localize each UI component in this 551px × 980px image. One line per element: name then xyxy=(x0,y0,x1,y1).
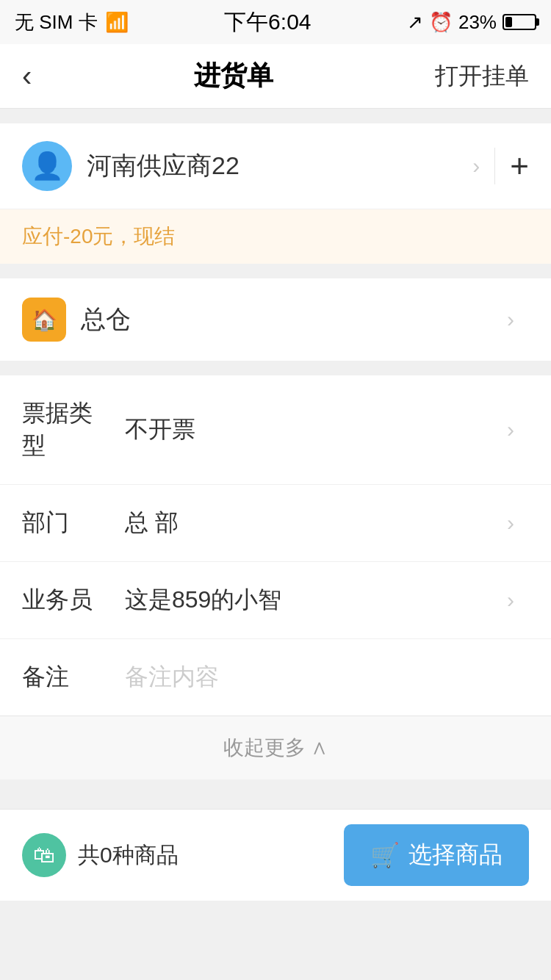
department-row[interactable]: 部门 总 部 › xyxy=(0,485,551,562)
department-value: 总 部 xyxy=(110,507,507,539)
warehouse-chevron-icon: › xyxy=(507,307,514,332)
section-gap-1 xyxy=(0,109,551,123)
notice-text: 应付-20元，现结 xyxy=(22,225,175,248)
status-bar: 无 SIM 卡 📶 下午6:04 ↗ ⏰ 23% xyxy=(0,0,551,44)
warehouse-name: 总仓 xyxy=(81,303,507,336)
warehouse-icon-symbol: 🏠 xyxy=(32,308,57,332)
notice-banner: 应付-20元，现结 xyxy=(0,209,551,264)
section-gap-2 xyxy=(0,264,551,278)
product-count-text: 共0种商品 xyxy=(78,840,179,871)
invoice-type-label: 票据类型 xyxy=(22,397,110,462)
salesperson-value: 这是859的小智 xyxy=(110,584,507,616)
battery-fill xyxy=(505,17,512,27)
supplier-avatar: 👤 xyxy=(22,141,72,191)
cart-icon: 🛍 xyxy=(33,843,55,868)
remark-label: 备注 xyxy=(22,661,110,693)
invoice-type-row[interactable]: 票据类型 不开票 › xyxy=(0,375,551,485)
alarm-icon: ⏰ xyxy=(429,11,453,34)
remark-row[interactable]: 备注 备注内容 xyxy=(0,639,551,716)
warehouse-row[interactable]: 🏠 总仓 › xyxy=(0,278,551,361)
collapse-label: 收起更多 ∧ xyxy=(223,734,328,762)
collapse-button[interactable]: 收起更多 ∧ xyxy=(0,716,551,779)
status-time: 下午6:04 xyxy=(224,7,311,37)
select-product-icon: 🛒 xyxy=(370,841,400,869)
product-count-icon: 🛍 xyxy=(22,833,66,877)
open-pending-button[interactable]: 打开挂单 xyxy=(435,60,529,93)
location-icon: ↗ xyxy=(407,11,423,34)
section-gap-3 xyxy=(0,361,551,375)
add-supplier-button[interactable]: + xyxy=(494,148,529,184)
supplier-chevron-icon: › xyxy=(472,154,480,179)
supplier-row[interactable]: 👤 河南供应商22 › + xyxy=(0,123,551,209)
select-product-label: 选择商品 xyxy=(408,839,503,871)
salesperson-row[interactable]: 业务员 这是859的小智 › xyxy=(0,562,551,639)
supplier-section: 👤 河南供应商22 › + 应付-20元，现结 xyxy=(0,123,551,264)
select-product-button[interactable]: 🛒 选择商品 xyxy=(344,824,529,886)
sales-chevron-icon: › xyxy=(507,588,514,613)
page-background xyxy=(0,901,551,980)
dept-chevron-icon: › xyxy=(507,511,514,536)
warehouse-icon: 🏠 xyxy=(22,298,66,342)
remark-input[interactable]: 备注内容 xyxy=(110,661,529,693)
carrier-label: 无 SIM 卡 xyxy=(15,10,98,35)
bottom-bar: 🛍 共0种商品 🛒 选择商品 xyxy=(0,809,551,901)
back-button[interactable]: ‹ xyxy=(22,60,32,93)
avatar-person-icon: 👤 xyxy=(31,151,64,181)
wifi-icon: 📶 xyxy=(105,11,129,34)
section-gap-4 xyxy=(0,779,551,794)
battery-percentage: 23% xyxy=(458,11,497,34)
product-count-area: 🛍 共0种商品 xyxy=(22,833,179,877)
page-title: 进货单 xyxy=(194,58,273,94)
invoice-type-value: 不开票 xyxy=(110,414,507,446)
status-right: ↗ ⏰ 23% xyxy=(407,11,536,34)
nav-bar: ‹ 进货单 打开挂单 xyxy=(0,44,551,109)
battery-icon xyxy=(503,14,536,30)
supplier-name: 河南供应商22 xyxy=(87,149,472,183)
form-section: 票据类型 不开票 › 部门 总 部 › 业务员 这是859的小智 › 备注 备注… xyxy=(0,375,551,716)
invoice-chevron-icon: › xyxy=(507,417,514,442)
department-label: 部门 xyxy=(22,507,110,539)
status-left: 无 SIM 卡 📶 xyxy=(15,10,129,35)
salesperson-label: 业务员 xyxy=(22,584,110,616)
